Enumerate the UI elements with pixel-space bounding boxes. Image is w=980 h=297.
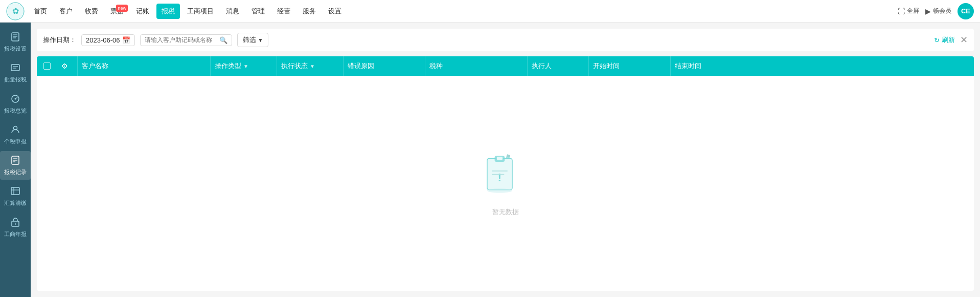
th-executor: 执行人 bbox=[528, 56, 589, 76]
refresh-button[interactable]: ↻ 刷新 bbox=[934, 35, 955, 45]
sidebar-item-batch-tax[interactable]: 批量报税 bbox=[0, 58, 31, 87]
nav-item-manage[interactable]: 管理 bbox=[246, 4, 270, 19]
sidebar-label-settlement: 汇算清缴 bbox=[4, 199, 27, 206]
tax-summary-icon bbox=[10, 94, 20, 105]
sidebar-label-tax-summary: 报税总览 bbox=[4, 107, 27, 114]
main-layout: 报税设置 批量报税 报税总览 bbox=[0, 23, 980, 297]
app-logo[interactable]: ✿ bbox=[6, 2, 25, 20]
new-badge: new bbox=[116, 5, 128, 12]
filter-button[interactable]: 筛选 ▼ bbox=[237, 33, 269, 47]
svg-rect-2 bbox=[12, 33, 19, 41]
search-input[interactable] bbox=[145, 36, 217, 44]
calendar-icon: 📅 bbox=[122, 36, 130, 44]
annual-report-icon bbox=[10, 217, 20, 229]
sidebar-item-settlement[interactable]: 汇算清缴 bbox=[0, 182, 31, 210]
nav-item-customer[interactable]: 客户 bbox=[54, 4, 78, 19]
sidebar-label-tax-settings: 报税设置 bbox=[4, 45, 27, 52]
svg-rect-17 bbox=[11, 187, 19, 195]
nav-item-service[interactable]: 服务 bbox=[298, 4, 321, 19]
settlement-icon bbox=[10, 186, 20, 198]
nav-item-message[interactable]: 消息 bbox=[221, 4, 244, 19]
sidebar-item-tax-record[interactable]: 报税记录 bbox=[0, 151, 31, 180]
sidebar-label-tax-record: 报税记录 bbox=[4, 168, 27, 176]
svg-text:!: ! bbox=[497, 171, 502, 184]
search-box: 🔍 bbox=[140, 34, 232, 46]
sidebar: 报税设置 批量报税 报税总览 bbox=[0, 23, 31, 297]
sidebar-label-personal-tax: 个税申报 bbox=[4, 138, 27, 145]
content-area: 操作日期： 2023-06-06 📅 🔍 筛选 ▼ ↻ 刷新 ✕ bbox=[31, 23, 980, 297]
svg-point-11 bbox=[15, 98, 16, 99]
toolbar-right: ↻ 刷新 ✕ bbox=[934, 35, 968, 45]
table-header: ⚙ 客户名称 操作类型 ▼ 执行状态 ▼ 错误原因 税种 bbox=[37, 56, 974, 76]
th-operation-type[interactable]: 操作类型 ▼ bbox=[211, 56, 277, 76]
svg-rect-6 bbox=[11, 65, 19, 71]
nav-item-tax[interactable]: 报税 bbox=[156, 4, 180, 19]
date-picker[interactable]: 2023-06-06 📅 bbox=[81, 34, 135, 46]
tax-settings-icon bbox=[10, 32, 20, 44]
settings-icon: ⚙ bbox=[61, 62, 68, 70]
th-error-reason: 错误原因 bbox=[344, 56, 425, 76]
member-button[interactable]: ▶ 畅会员 bbox=[925, 7, 951, 15]
sidebar-label-annual-report: 工商年报 bbox=[4, 230, 27, 238]
th-checkbox[interactable] bbox=[37, 56, 57, 76]
date-label: 操作日期： bbox=[43, 35, 76, 45]
nav-item-finance[interactable]: 经营 bbox=[272, 4, 295, 19]
th-customer-name: 客户名称 bbox=[78, 56, 211, 76]
empty-illustration: ! bbox=[483, 150, 529, 201]
avatar[interactable]: CE bbox=[958, 3, 974, 19]
th-tax-type: 税种 bbox=[425, 56, 528, 76]
th-start-time: 开始时间 bbox=[589, 56, 671, 76]
nav-items: 首页 客户 收费 票据 new 记账 报税 工商项目 消息 管理 经营 服务 设… bbox=[29, 4, 898, 19]
svg-point-31 bbox=[487, 188, 512, 193]
table-container: ⚙ 客户名称 操作类型 ▼ 执行状态 ▼ 错误原因 税种 bbox=[37, 56, 974, 291]
batch-tax-icon bbox=[10, 62, 20, 74]
tax-record-icon bbox=[10, 155, 20, 167]
nav-item-invoice[interactable]: 票据 new bbox=[105, 4, 129, 19]
select-all-checkbox[interactable] bbox=[43, 62, 51, 70]
search-icon[interactable]: 🔍 bbox=[219, 36, 227, 44]
date-value: 2023-06-06 bbox=[86, 36, 120, 44]
svg-text:✿: ✿ bbox=[12, 7, 19, 15]
table-body-empty: ! 暂无数据 bbox=[37, 76, 974, 291]
sidebar-item-personal-tax[interactable]: 个税申报 bbox=[0, 120, 31, 149]
sidebar-item-tax-summary[interactable]: 报税总览 bbox=[0, 90, 31, 118]
refresh-icon: ↻ bbox=[934, 36, 940, 44]
th-settings[interactable]: ⚙ bbox=[57, 56, 78, 76]
sort-icon-operation: ▼ bbox=[243, 63, 248, 69]
th-exec-status[interactable]: 执行状态 ▼ bbox=[277, 56, 344, 76]
th-end-time: 结束时间 bbox=[671, 56, 742, 76]
nav-item-settings[interactable]: 设置 bbox=[323, 4, 347, 19]
top-navigation: ✿ 首页 客户 收费 票据 new 记账 报税 工商项目 消息 管理 经营 服务… bbox=[0, 0, 980, 23]
svg-rect-27 bbox=[496, 157, 502, 160]
sort-icon-exec-status: ▼ bbox=[310, 63, 315, 69]
fullscreen-icon: ⛶ bbox=[898, 7, 905, 15]
top-nav-right: ⛶ 全屏 ▶ 畅会员 CE bbox=[898, 3, 974, 19]
toolbar: 操作日期： 2023-06-06 📅 🔍 筛选 ▼ ↻ 刷新 ✕ bbox=[37, 29, 974, 51]
sidebar-label-batch-tax: 批量报税 bbox=[4, 76, 27, 83]
chevron-down-icon: ▼ bbox=[258, 37, 263, 43]
sidebar-item-annual-report[interactable]: 工商年报 bbox=[0, 213, 31, 242]
nav-item-industry[interactable]: 工商项目 bbox=[182, 4, 219, 19]
close-button[interactable]: ✕ bbox=[960, 35, 968, 45]
nav-item-billing[interactable]: 收费 bbox=[80, 4, 103, 19]
personal-tax-icon bbox=[10, 124, 20, 136]
nav-item-accounting[interactable]: 记账 bbox=[131, 4, 154, 19]
fullscreen-button[interactable]: ⛶ 全屏 bbox=[898, 7, 919, 15]
filter-label: 筛选 bbox=[243, 35, 256, 45]
nav-item-home[interactable]: 首页 bbox=[29, 4, 52, 19]
empty-text: 暂无数据 bbox=[492, 207, 519, 217]
video-icon: ▶ bbox=[925, 7, 931, 15]
sidebar-item-tax-settings[interactable]: 报税设置 bbox=[0, 28, 31, 56]
